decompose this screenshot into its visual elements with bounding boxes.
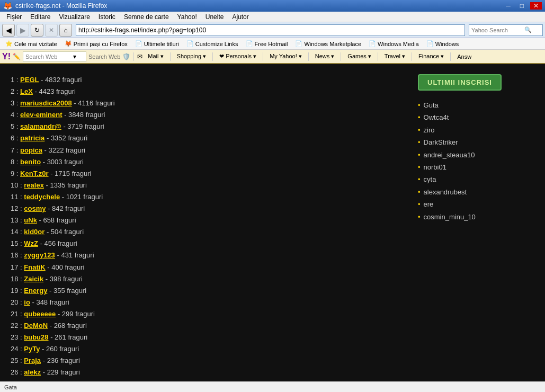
bookmark-news[interactable]: 📄 Ultimele titluri — [132, 40, 182, 48]
search-input[interactable] — [471, 27, 524, 33]
player-link[interactable]: uNk — [24, 216, 37, 224]
player-link[interactable]: patricia — [20, 134, 44, 142]
bookmarks-bar: ⭐ Cele mai vizitate 🦊 Primii pași cu Fir… — [0, 38, 545, 50]
minimize-btn[interactable]: ─ — [503, 2, 514, 10]
menu-vizualizare[interactable]: Vizualizare — [55, 13, 94, 21]
stop-button[interactable]: ✕ — [45, 24, 58, 37]
toolbar-separator-9 — [450, 52, 451, 61]
player-link[interactable]: DeMoN — [24, 322, 48, 329]
list-item: cosmin_minu_10 — [418, 211, 534, 223]
yahoo-shield-icon: 🛡️ — [122, 53, 130, 60]
new-player-link[interactable]: norbi01 — [424, 161, 446, 173]
back-button[interactable]: ◀ — [2, 24, 15, 37]
table-row: 24 : PyTy - 260 fraguri — [11, 343, 407, 355]
toolbar-separator-2 — [170, 52, 171, 61]
player-link[interactable]: realex — [24, 181, 44, 189]
player-link[interactable]: mariusdica2008 — [20, 99, 72, 107]
player-link[interactable]: FnatiK — [24, 263, 45, 271]
table-row: 27 : blade21 - 219 fraguri — [11, 378, 407, 381]
yahoo-finance-btn[interactable]: Finance ▾ — [415, 52, 447, 60]
close-btn[interactable]: ✕ — [530, 2, 542, 10]
new-players-list: GutaOwtca4tziroDarkStrikerandrei_steaua1… — [418, 99, 534, 223]
table-row: 11 : teddychele - 1021 fraguri — [11, 191, 407, 203]
player-link[interactable]: blade21 — [24, 380, 49, 381]
player-link[interactable]: bubu28 — [24, 333, 48, 341]
new-player-link[interactable]: andrei_steaua10 — [424, 149, 475, 161]
player-link[interactable]: LeX — [20, 87, 33, 95]
player-link[interactable]: zyggy123 — [24, 251, 55, 259]
maximize-btn[interactable]: □ — [517, 2, 527, 10]
menu-editare[interactable]: Editare — [26, 13, 55, 21]
yahoo-travel-btn[interactable]: Travel ▾ — [381, 52, 408, 60]
player-link[interactable]: alekz — [24, 368, 41, 376]
menu-semne[interactable]: Semne de carte — [120, 13, 173, 21]
new-player-link[interactable]: Guta — [424, 99, 439, 111]
player-link[interactable]: teddychele — [24, 193, 60, 201]
player-link[interactable]: salamandr@ — [20, 122, 61, 130]
table-row: 2 : LeX - 4423 fraguri — [11, 86, 407, 97]
list-item: ziro — [418, 124, 534, 136]
player-link[interactable]: KenT.z0r — [20, 170, 48, 177]
list-item: Guta — [418, 99, 534, 111]
new-player-link[interactable]: alexandrubest — [424, 186, 467, 198]
bookmark-firefox[interactable]: 🦊 Primii pași cu Firefox — [61, 40, 131, 48]
yahoo-answers-btn[interactable]: Answ — [454, 53, 475, 60]
list-item: DarkStriker — [418, 136, 534, 148]
ultimii-inscrisi-button[interactable]: ULTIMII INSCRISI — [418, 74, 502, 91]
bookmark-windows[interactable]: 📄 Windows — [423, 40, 462, 48]
table-row: 12 : cosmy - 842 fraguri — [11, 203, 407, 215]
new-player-link[interactable]: DarkStriker — [424, 136, 458, 148]
player-link[interactable]: kld0or — [24, 228, 44, 236]
list-item: cyta — [418, 173, 534, 185]
player-link[interactable]: PEGL — [20, 76, 39, 84]
status-text: Gata — [4, 384, 17, 390]
bookmark-customize[interactable]: 📄 Customize Links — [183, 40, 242, 48]
table-row: 17 : FnatiK - 400 fraguri — [11, 262, 407, 273]
bookmark-wmedia[interactable]: 📄 Windows Media — [365, 40, 422, 48]
new-player-link[interactable]: cosmin_minu_10 — [424, 211, 476, 223]
list-item: Owtca4t — [418, 111, 534, 123]
list-item: norbi01 — [418, 161, 534, 173]
yahoo-myyahoo-btn[interactable]: My Yahoo! ▾ — [266, 52, 305, 60]
window-title: cstrike-frags.net - Mozilla Firefox — [15, 2, 107, 10]
yahoo-toolbar: Y! ✏️ ▾ Search Web 🛡️ ✉ Mail ▾ Shopping … — [0, 50, 545, 64]
bookmark-hotmail[interactable]: 📄 Free Hotmail — [243, 40, 291, 48]
yahoo-search-input[interactable] — [25, 54, 73, 60]
player-link[interactable]: WzZ — [24, 239, 38, 247]
reload-button[interactable]: ↻ — [31, 24, 43, 37]
menu-ajutor[interactable]: Ajutor — [228, 13, 253, 21]
player-link[interactable]: Energy — [24, 287, 47, 295]
player-link[interactable]: Zaicik — [24, 275, 43, 283]
yahoo-shopping-btn[interactable]: Shopping ▾ — [174, 52, 210, 60]
new-player-link[interactable]: Owtca4t — [424, 111, 449, 123]
doc-icon-5: 📄 — [369, 40, 376, 47]
yahoo-edit-icon: ✏️ — [13, 53, 21, 60]
yahoo-search-dropdown-icon[interactable]: ▾ — [73, 53, 76, 60]
yahoo-mail-btn[interactable]: Mail ▾ — [145, 52, 166, 60]
new-player-link[interactable]: ziro — [424, 124, 435, 136]
player-link[interactable]: qubeeeee — [24, 310, 56, 318]
menu-fisier[interactable]: Fișier — [2, 13, 26, 21]
address-bar[interactable] — [76, 24, 465, 36]
menu-yahoo[interactable]: Yahoo! — [173, 13, 201, 21]
new-player-link[interactable]: cyta — [424, 173, 436, 185]
bookmark-visited[interactable]: ⭐ Cele mai vizitate — [2, 40, 60, 48]
player-link[interactable]: Praja — [24, 357, 41, 364]
menu-unelte[interactable]: Unelte — [201, 13, 228, 21]
yahoo-personals-btn[interactable]: ❤ Personals ▾ — [216, 52, 260, 60]
yahoo-games-btn[interactable]: Games ▾ — [344, 52, 374, 60]
player-link[interactable]: cosmy — [24, 204, 46, 212]
bookmark-marketplace[interactable]: 📄 Windows Marketplace — [292, 40, 364, 48]
yahoo-news-btn[interactable]: News ▾ — [312, 52, 338, 60]
table-row: 14 : kld0or - 504 fraguri — [11, 226, 407, 238]
forward-button[interactable]: ▶ — [16, 24, 29, 37]
menu-istoric[interactable]: Istoric — [94, 13, 120, 21]
player-link[interactable]: benito — [20, 158, 41, 166]
home-button[interactable]: ⌂ — [59, 24, 72, 37]
address-input[interactable] — [78, 26, 462, 34]
player-link[interactable]: popica — [20, 146, 42, 154]
player-link[interactable]: elev-eminent — [20, 111, 62, 119]
player-link[interactable]: PyTy — [24, 345, 40, 353]
new-player-link[interactable]: ere — [424, 198, 434, 210]
player-link[interactable]: io — [24, 298, 30, 306]
